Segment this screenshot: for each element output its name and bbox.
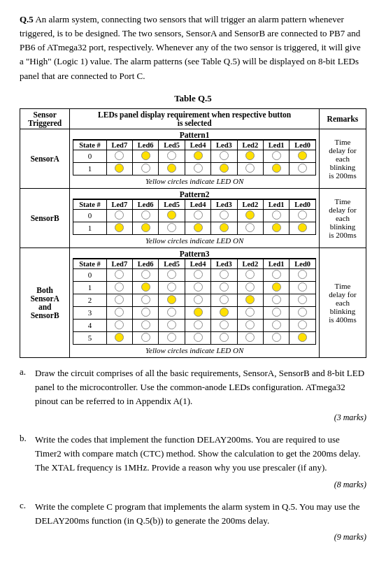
- led-cell: [237, 150, 263, 162]
- led-off-indicator: [141, 270, 150, 279]
- led-cell: [211, 331, 237, 344]
- led-cell: [185, 268, 210, 281]
- led-on-indicator: [194, 151, 203, 160]
- led-on-indicator: [298, 223, 307, 232]
- part-b-content: Write the codes that implement the funct…: [35, 433, 366, 496]
- header-sensor: SensorTriggered: [20, 108, 70, 129]
- led-cell: [106, 331, 132, 344]
- patternA-note: Yellow circles indicate LED ON: [73, 175, 316, 187]
- led-on-indicator: [245, 295, 255, 304]
- col-led5: Led5: [159, 259, 185, 268]
- led-on-indicator: [298, 333, 307, 342]
- col-led1: Led1: [264, 140, 290, 150]
- led-off-indicator: [167, 270, 176, 279]
- led-off-indicator: [220, 320, 229, 329]
- col-led2: Led2: [237, 199, 263, 209]
- state-cell: 0: [73, 209, 106, 222]
- led-cell: [264, 150, 290, 162]
- led-off-indicator: [298, 164, 307, 173]
- led-off-indicator: [194, 295, 203, 304]
- led-off-indicator: [298, 295, 307, 304]
- led-off-indicator: [194, 164, 203, 173]
- led-cell: [211, 150, 237, 162]
- led-cell: [290, 281, 316, 294]
- col-led3: Led3: [211, 199, 237, 209]
- led-cell: [133, 281, 159, 294]
- led-off-indicator: [115, 295, 124, 304]
- led-cell: [159, 281, 185, 294]
- question-block: Q.5 An alarm system, connecting two sens…: [20, 13, 366, 83]
- state-cell: 5: [73, 331, 106, 344]
- led-cell: [106, 162, 132, 175]
- led-cell: [211, 268, 237, 281]
- state-cell: 4: [73, 319, 106, 331]
- led-cell: [159, 319, 185, 331]
- led-cell: [185, 222, 210, 234]
- question-text: An alarm system, connecting two sensors …: [20, 14, 361, 81]
- led-cell: [106, 294, 132, 306]
- led-on-indicator: [220, 308, 229, 317]
- led-cell: [290, 294, 316, 306]
- part-a-marks: (3 marks): [35, 413, 366, 423]
- led-on-indicator: [194, 308, 203, 317]
- col-led0: Led0: [290, 199, 316, 209]
- led-on-indicator: [167, 295, 176, 304]
- led-off-indicator: [245, 223, 255, 232]
- led-cell: [211, 294, 237, 306]
- led-cell: [211, 222, 237, 234]
- led-cell: [264, 319, 290, 331]
- led-on-indicator: [167, 210, 176, 220]
- led-cell: [106, 209, 132, 222]
- led-cell: [133, 162, 159, 175]
- part-a-letter: a.: [20, 366, 31, 430]
- led-off-indicator: [220, 295, 229, 304]
- led-cell: [159, 209, 185, 222]
- patternC-inner-table: State # Led7 Led6 Led5 Led4 Led3 Led2 Le…: [73, 259, 316, 345]
- both-row: BothSensorAandSensorB Pattern3 State # L…: [20, 248, 366, 357]
- led-cell: [106, 222, 132, 234]
- led-off-indicator: [167, 151, 176, 160]
- led-cell: [185, 294, 210, 306]
- patternA-remarks: Timedelay foreachblinkingis 200ms: [319, 129, 366, 188]
- led-off-indicator: [115, 151, 124, 160]
- part-a: a. Draw the circuit comprises of all the…: [20, 366, 366, 430]
- led-cell: [185, 150, 210, 162]
- led-cell: [159, 268, 185, 281]
- led-cell: [159, 162, 185, 175]
- col-led5: Led5: [159, 199, 185, 209]
- header-remarks: Remarks: [319, 108, 366, 129]
- led-cell: [264, 294, 290, 306]
- led-off-indicator: [245, 270, 255, 279]
- table-row: 0: [73, 268, 316, 281]
- led-cell: [264, 209, 290, 222]
- led-off-indicator: [272, 320, 281, 329]
- table-row: 5: [73, 331, 316, 344]
- header-leds: LEDs panel display requirement when resp…: [70, 108, 320, 129]
- state-cell: 1: [73, 222, 106, 234]
- led-cell: [264, 162, 290, 175]
- led-cell: [106, 319, 132, 331]
- state-cell: 0: [73, 268, 106, 281]
- part-c: c. Write the complete C program that imp…: [20, 500, 366, 550]
- table-row: 0: [73, 150, 316, 162]
- led-off-indicator: [298, 282, 307, 292]
- both-label: BothSensorAandSensorB: [20, 248, 70, 357]
- led-cell: [290, 162, 316, 175]
- led-cell: [185, 306, 210, 319]
- col-led1: Led1: [264, 259, 290, 268]
- table-row: 0: [73, 209, 316, 222]
- led-cell: [211, 209, 237, 222]
- led-cell: [237, 306, 263, 319]
- led-off-indicator: [167, 333, 176, 342]
- led-cell: [106, 268, 132, 281]
- led-off-indicator: [220, 282, 229, 292]
- col-led1: Led1: [264, 199, 290, 209]
- led-off-indicator: [141, 164, 150, 173]
- led-cell: [264, 268, 290, 281]
- col-led4: Led4: [185, 140, 210, 150]
- led-cell: [237, 331, 263, 344]
- col-led2: Led2: [237, 140, 263, 150]
- led-cell: [264, 331, 290, 344]
- led-on-indicator: [298, 151, 307, 160]
- led-cell: [237, 162, 263, 175]
